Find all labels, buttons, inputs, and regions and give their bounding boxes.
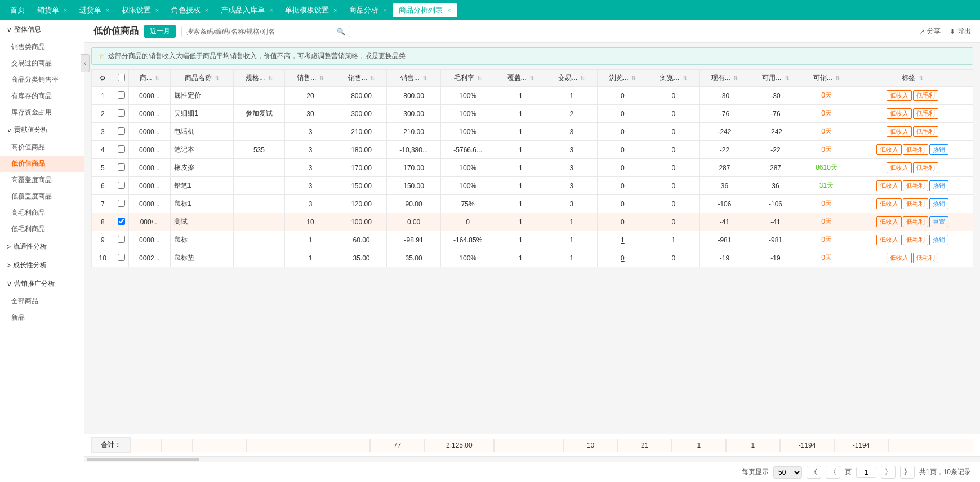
sidebar-item-high-profit[interactable]: 高毛利商品 <box>0 205 84 221</box>
row-checkbox[interactable] <box>118 145 125 153</box>
cell-browse1[interactable]: 0 <box>597 87 648 105</box>
th-sales-amt[interactable]: 销售... ⇅ <box>336 70 387 87</box>
sidebar-group-circulation[interactable]: > 流通性分析 <box>0 237 84 256</box>
search-input[interactable] <box>186 28 335 36</box>
th-current[interactable]: 现有... ⇅ <box>699 70 750 87</box>
nav-close-template[interactable]: × <box>333 7 337 14</box>
row-checkbox[interactable] <box>118 127 125 135</box>
nav-close-sales[interactable]: × <box>64 7 67 14</box>
nav-close-product-list[interactable]: × <box>447 7 451 14</box>
row-checkbox[interactable] <box>118 218 125 225</box>
prev-page-btn[interactable]: 〈 <box>826 466 840 479</box>
th-coverage[interactable]: 覆盖... ⇅ <box>495 70 546 87</box>
nav-item-purchase[interactable]: 进货单 × <box>74 3 115 17</box>
sidebar-item-low-coverage[interactable]: 低覆盖度商品 <box>0 188 84 205</box>
nav-item-sales[interactable]: 销货单 × <box>32 3 73 17</box>
nav-close-purchase[interactable]: × <box>106 7 109 14</box>
browse-link[interactable]: 1 <box>621 236 625 244</box>
sidebar-group-overall[interactable]: ∨ 整体信息 <box>0 20 84 39</box>
browse-link[interactable]: 0 <box>621 182 625 190</box>
sidebar-item-low-profit[interactable]: 低毛利商品 <box>0 221 84 237</box>
nav-close-permission[interactable]: × <box>155 7 159 14</box>
cell-no: 9 <box>92 231 114 249</box>
cell-browse1[interactable]: 0 <box>597 195 648 213</box>
table-container[interactable]: ⚙ 商... ⇅ 商品名称 ⇅ 规格... ⇅ 销售... ⇅ 销售... ⇅ … <box>84 69 980 434</box>
first-page-btn[interactable]: 《 <box>807 466 821 479</box>
horizontal-scrollbar[interactable] <box>84 456 980 462</box>
share-button[interactable]: ↗ 分享 <box>919 26 941 36</box>
nav-item-stock[interactable]: 产成品入库单 × <box>215 3 278 17</box>
browse-link[interactable]: 0 <box>621 110 625 118</box>
row-checkbox[interactable] <box>118 91 125 99</box>
th-usable[interactable]: 可用... ⇅ <box>750 70 801 87</box>
browse-link[interactable]: 0 <box>621 254 625 262</box>
row-checkbox[interactable] <box>118 236 125 243</box>
sidebar-item-traded-products[interactable]: 交易过的商品 <box>0 55 84 72</box>
browse-link[interactable]: 0 <box>621 200 625 208</box>
sidebar-group-marketing[interactable]: ∨ 营销推广分析 <box>0 275 84 293</box>
th-profit-rate[interactable]: 毛利率 ⇅ <box>440 70 495 87</box>
cell-current: -242 <box>699 123 750 141</box>
nav-item-product-list[interactable]: 商品分析列表 × <box>393 3 456 17</box>
select-all-checkbox[interactable] <box>118 74 125 81</box>
row-checkbox[interactable] <box>118 200 125 207</box>
th-sales-qty[interactable]: 销售... ⇅ <box>285 70 336 87</box>
sidebar-item-high-value[interactable]: 高价值商品 <box>0 139 84 156</box>
date-filter-button[interactable]: 近一月 <box>144 25 176 38</box>
scrollbar-thumb[interactable] <box>87 458 199 461</box>
cell-browse1[interactable]: 0 <box>597 123 648 141</box>
th-code[interactable]: 商... ⇅ <box>128 70 171 87</box>
nav-item-home[interactable]: 首页 <box>5 3 30 17</box>
cell-browse1[interactable]: 0 <box>597 213 648 231</box>
nav-close-stock[interactable]: × <box>269 7 273 14</box>
cell-browse1[interactable]: 0 <box>597 141 648 159</box>
cell-browse1[interactable]: 1 <box>597 231 648 249</box>
browse-link[interactable]: 0 <box>621 128 625 136</box>
browse-link[interactable]: 0 <box>621 164 625 172</box>
sidebar-item-category-rate[interactable]: 商品分类销售率 <box>0 72 84 88</box>
row-checkbox[interactable] <box>118 182 125 189</box>
nav-item-product-analysis[interactable]: 商品分析 × <box>344 3 392 17</box>
browse-link[interactable]: 0 <box>621 92 625 100</box>
cell-browse1[interactable]: 0 <box>597 177 648 195</box>
cell-sales-amt: 60.00 <box>336 231 387 249</box>
sidebar-item-stock-capital[interactable]: 库存资金占用 <box>0 104 84 121</box>
sidebar-item-stock-products[interactable]: 有库存的商品 <box>0 88 84 104</box>
browse-link[interactable]: 0 <box>621 146 625 154</box>
cell-browse1[interactable]: 0 <box>597 159 648 177</box>
sidebar-item-sales-products[interactable]: 销售类商品 <box>0 39 84 55</box>
next-page-btn[interactable]: 〉 <box>881 466 896 479</box>
nav-close-product-analysis[interactable]: × <box>383 7 386 14</box>
sidebar-item-low-value[interactable]: 低价值商品 <box>0 156 84 172</box>
sidebar-group-growth[interactable]: > 成长性分析 <box>0 256 84 275</box>
th-name[interactable]: 商品名称 ⇅ <box>171 70 234 87</box>
th-browse1[interactable]: 浏览... ⇅ <box>597 70 648 87</box>
page-input[interactable] <box>856 467 876 478</box>
sidebar-item-all-products[interactable]: 全部商品 <box>0 293 84 309</box>
cell-browse1[interactable]: 0 <box>597 105 648 123</box>
th-setting[interactable]: ⚙ <box>92 70 114 87</box>
row-checkbox[interactable] <box>118 109 125 117</box>
export-button[interactable]: ⬇ 导出 <box>950 26 971 36</box>
th-saleable[interactable]: 可销... ⇅ <box>801 70 852 87</box>
cell-usable: -76 <box>750 105 801 123</box>
sidebar-item-high-coverage[interactable]: 高覆盖度商品 <box>0 172 84 188</box>
sidebar-item-new-products[interactable]: 新品 <box>0 309 84 326</box>
nav-item-template[interactable]: 单据模板设置 × <box>279 3 342 17</box>
row-checkbox[interactable] <box>118 254 125 261</box>
nav-close-role[interactable]: × <box>205 7 208 14</box>
browse-link[interactable]: 0 <box>621 218 625 226</box>
sidebar-collapse-btn[interactable]: ‹ <box>81 54 90 72</box>
th-spec[interactable]: 规格... ⇅ <box>233 70 285 87</box>
nav-item-role[interactable]: 角色授权 × <box>166 3 214 17</box>
per-page-select[interactable]: 50 100 200 <box>773 466 802 479</box>
cell-browse1[interactable]: 0 <box>597 249 648 267</box>
row-checkbox[interactable] <box>118 163 125 171</box>
sidebar-group-contribution[interactable]: ∨ 贡献值分析 <box>0 121 84 139</box>
nav-item-permission[interactable]: 权限设置 × <box>116 3 164 17</box>
last-page-btn[interactable]: 》 <box>900 466 915 479</box>
th-browse2[interactable]: 浏览... ⇅ <box>648 70 700 87</box>
th-trade[interactable]: 交易... ⇅ <box>546 70 598 87</box>
th-sales-amt2[interactable]: 销售... ⇅ <box>387 70 441 87</box>
th-tags[interactable]: 标签 ⇅ <box>852 70 973 87</box>
